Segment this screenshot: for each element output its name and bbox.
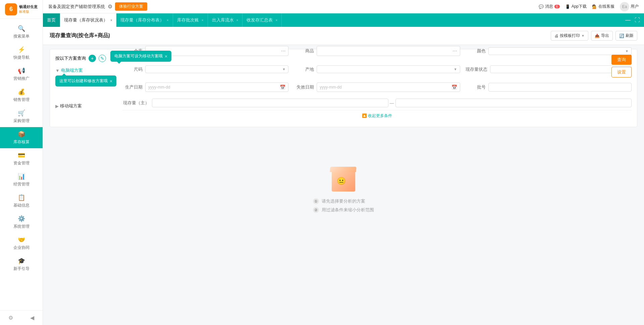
tooltip2-text: 这里可以创建和修改方案哦	[59, 78, 108, 84]
sidebar-item-basic[interactable]: 📋 基础信息	[0, 191, 43, 212]
sidebar-item-label: 营销推广	[13, 76, 30, 82]
warehouse-dots-icon: ···	[281, 48, 285, 54]
scheme-item-mobile[interactable]: ▶ 移动端方案	[55, 102, 632, 110]
print-btn[interactable]: 🖨 按模板打印 ▼	[551, 31, 588, 41]
finance-nav-icon: 💳	[18, 152, 25, 159]
main-content: 现存量查询(按仓库+商品) 🖨 按模板打印 ▼ 📤 导出 🔄 刷新 查询 设置	[43, 27, 644, 325]
page-title: 现存量查询(按仓库+商品)	[50, 32, 110, 39]
phone-icon: 📱	[565, 4, 570, 9]
tab-inventory-status-label: 现存量（库存状况表）	[64, 17, 108, 23]
tab-batch-account-close[interactable]: ×	[202, 18, 204, 22]
edit-scheme-btn[interactable]: ✎	[99, 55, 106, 62]
sidebar-item-label: 资金管理	[13, 160, 30, 166]
sidebar-item-system[interactable]: ⚙️ 系统管理	[0, 212, 43, 233]
scheme-item-pc[interactable]: ▼ 电脑端方案	[55, 66, 632, 75]
message-label: 消息	[545, 4, 553, 9]
app-download-btn[interactable]: 📱 App下载	[565, 4, 587, 9]
search-btn[interactable]: 查询	[611, 55, 632, 65]
color-arrow-icon: ▼	[625, 49, 629, 53]
search-panel: 查询 设置 按以下方案查询 + ✎ « 电脑方案可设为移动方案哦 × ▼ 电脑端…	[50, 49, 637, 127]
search-scheme-label: 按以下方案查询	[55, 55, 86, 61]
color-select[interactable]: ▼	[488, 47, 632, 55]
scheme-pc-arrow-icon: ▼	[55, 68, 60, 73]
tab-home[interactable]: 首页	[43, 13, 60, 27]
sales-nav-icon: 💰	[18, 88, 25, 96]
sidebar-item-finance[interactable]: 💳 资金管理	[0, 148, 43, 169]
tab-receive-summary[interactable]: 收发存汇总表 ×	[243, 13, 282, 27]
tooltip1-close-btn[interactable]: ×	[165, 54, 167, 59]
empty-state: 😐 ① 请先选择要分析的方案 ② 用过滤条件来缩小分析范围	[50, 131, 637, 240]
sidebar-nav: 🔍 搜索菜单 ⚡ 快捷导航 📢 营销推广 💰 销售管理 🛒 采购管理 📦 库存核…	[0, 19, 43, 310]
message-btn[interactable]: 💬 消息 6	[539, 4, 560, 9]
sidebar-item-inventory[interactable]: 📦 库存核算	[0, 127, 43, 148]
sidebar-item-purchase[interactable]: 🛒 采购管理	[0, 106, 43, 127]
settings-bottom-btn[interactable]: ⚙	[8, 315, 13, 321]
sidebar: 6 畅通好生意 标准版 🔍 搜索菜单 ⚡ 快捷导航 📢 营销推广 💰 销售管理 …	[0, 0, 43, 325]
filter-row1: 仓库 ··· 商品 ··· 颜色	[122, 43, 632, 59]
industry-plan-btn[interactable]: 体验行业方案	[115, 2, 147, 11]
tab-inventory-status-close[interactable]: ×	[110, 18, 112, 22]
tab-min-btn[interactable]: —	[624, 16, 632, 24]
filter-goods: 商品 ···	[294, 46, 460, 56]
tab-inout-flow-label: 出入库流水	[212, 17, 234, 23]
sidebar-item-label: 快捷导航	[13, 55, 30, 60]
app-download-label: App下载	[572, 4, 587, 9]
goods-select[interactable]: ···	[317, 46, 460, 56]
tab-home-label: 首页	[47, 17, 56, 23]
tip1-num: ①	[313, 198, 319, 204]
operation-nav-icon: 📊	[18, 173, 25, 180]
sidebar-item-label: 企业协同	[13, 245, 30, 251]
user-btn[interactable]: Ea 用户	[620, 2, 639, 11]
refresh-btn[interactable]: 🔄 刷新	[615, 31, 637, 41]
empty-illustration: 😐	[327, 158, 360, 192]
tab-batch-account[interactable]: 库存批次账 ×	[173, 13, 208, 27]
tab-receive-summary-close[interactable]: ×	[275, 18, 277, 22]
refresh-label: 刷新	[626, 33, 634, 39]
purchase-nav-icon: 🛒	[18, 109, 25, 117]
collapse-bar[interactable]: 🔼 收起更多条件	[122, 110, 632, 121]
empty-tip1: ① 请先选择要分析的方案	[313, 198, 374, 204]
tooltip1-text: 电脑方案可设为移动方案哦	[114, 53, 163, 59]
tab-fullscreen-btn[interactable]: ⛶	[633, 16, 641, 24]
scheme-sub-item[interactable]: ▶ 按照品	[55, 75, 632, 82]
header-right: 💬 消息 6 📱 App下载 💁 在线客服 Ea 用户	[539, 2, 639, 11]
goods-label: 商品	[294, 48, 314, 54]
tab-inout-flow[interactable]: 出入库流水 ×	[208, 13, 243, 27]
sidebar-item-label: 系统管理	[13, 224, 30, 229]
color-label: 颜色	[466, 48, 486, 54]
inventory-nav-icon: 📦	[18, 130, 25, 138]
export-icon: 📤	[595, 34, 600, 38]
tab-inventory-status[interactable]: 现存量（库存状况表） ×	[60, 13, 116, 27]
scheme-mobile-label: 移动端方案	[60, 103, 82, 109]
tooltip2-close-btn[interactable]: ×	[110, 78, 112, 84]
tip2-num: ②	[313, 207, 319, 213]
system-title: 装备及固定资产辅助管理系统	[48, 4, 105, 10]
sidebar-item-guide[interactable]: 🎓 新手引导	[0, 254, 43, 275]
filter-color: 颜色 ▼	[466, 46, 632, 56]
tooltip-create-scheme: 这里可以创建和修改方案哦 ×	[55, 75, 116, 87]
export-btn[interactable]: 📤 导出	[591, 31, 613, 41]
tab-inventory-dist-label: 现存量（库存分布表）	[120, 17, 164, 23]
tab-inventory-dist-close[interactable]: ×	[167, 18, 169, 22]
message-icon: 💬	[539, 4, 544, 9]
sidebar-item-quick[interactable]: ⚡ 快捷导航	[0, 43, 43, 64]
sidebar-item-enterprise[interactable]: 🤝 企业协同	[0, 233, 43, 254]
tab-inventory-dist[interactable]: 现存量（库存分布表） ×	[116, 13, 173, 27]
sidebar-item-search[interactable]: 🔍 搜索菜单	[0, 21, 43, 43]
sidebar-item-operation[interactable]: 📊 经营管理	[0, 169, 43, 191]
collapse-sidebar-btn[interactable]: ◀	[30, 315, 34, 321]
sidebar-item-sales[interactable]: 💰 销售管理	[0, 85, 43, 106]
sidebar-item-label: 销售管理	[13, 97, 30, 103]
search-nav-icon: 🔍	[18, 25, 25, 32]
sidebar-item-marketing[interactable]: 📢 营销推广	[0, 64, 43, 85]
user-label: 用户	[631, 4, 639, 9]
settings-icon[interactable]: ⚙	[108, 3, 112, 10]
add-scheme-btn[interactable]: +	[89, 55, 96, 62]
print-label: 按模板打印	[560, 33, 580, 39]
sidebar-item-label: 库存核算	[13, 139, 30, 145]
export-label: 导出	[601, 33, 609, 39]
print-icon: 🖨	[554, 34, 558, 38]
tab-inout-flow-close[interactable]: ×	[236, 18, 238, 22]
online-service-btn[interactable]: 💁 在线客服	[592, 4, 614, 9]
online-service-label: 在线客服	[598, 4, 614, 9]
